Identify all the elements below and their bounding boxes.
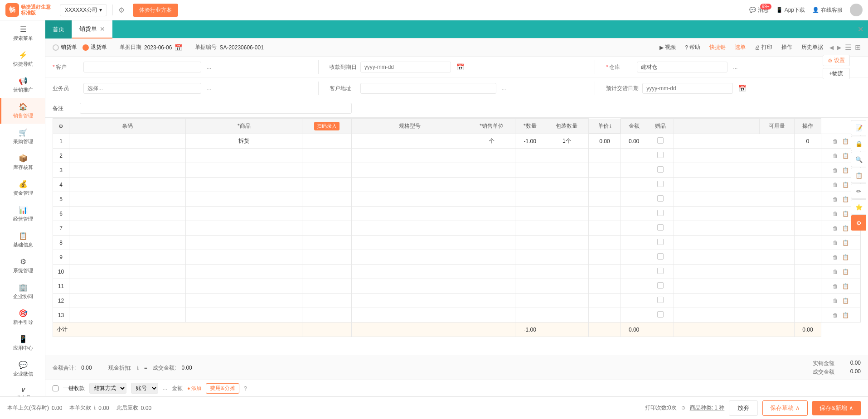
- sidebar-item-app[interactable]: 📱 应用中心: [0, 330, 45, 356]
- row-barcode-2[interactable]: [69, 149, 186, 163]
- delete-icon-13[interactable]: 🗑: [833, 312, 838, 318]
- delete-icon-10[interactable]: 🗑: [833, 269, 838, 275]
- delete-icon-7[interactable]: 🗑: [833, 225, 838, 231]
- radio-sales[interactable]: 销货单: [53, 43, 77, 51]
- float-btn-4[interactable]: 📋: [851, 168, 866, 183]
- sidebar-item-purchase[interactable]: 🛒 采购管理: [0, 124, 45, 149]
- row-gift-12[interactable]: [647, 294, 674, 308]
- row-barcode-10[interactable]: [69, 265, 186, 279]
- copy-icon-5[interactable]: 📋: [842, 196, 849, 202]
- trial-button[interactable]: 体验行业方案: [133, 4, 178, 17]
- row-spec-7[interactable]: [352, 221, 468, 236]
- row-product-11[interactable]: [186, 279, 302, 294]
- row-qty-9[interactable]: [515, 250, 545, 265]
- delete-icon-11[interactable]: 🗑: [833, 283, 838, 289]
- expense-button[interactable]: 费用&分摊: [206, 383, 239, 394]
- table-container[interactable]: ⚙ 条码 *商品 扫码录入 规格型号 *销售单位 *数量 包装数量 单价 ℹ: [45, 118, 868, 356]
- sidebar-item-marketing[interactable]: 📢 营销推广: [0, 72, 45, 98]
- row-gift-6[interactable]: [647, 207, 674, 221]
- sidebar-item-sales[interactable]: 🏠 销售管理: [0, 98, 45, 124]
- tab-home[interactable]: 首页: [45, 20, 72, 39]
- copy-icon-6[interactable]: 📋: [842, 211, 849, 217]
- row-product-12[interactable]: [186, 294, 302, 308]
- row-gift-8[interactable]: [647, 236, 674, 250]
- sidebar-item-basic[interactable]: 📋 基础信息: [0, 227, 45, 253]
- close-window-icon[interactable]: ✕: [858, 25, 863, 34]
- calendar-icon[interactable]: 📅: [175, 44, 182, 51]
- row-spec-5[interactable]: [352, 192, 468, 207]
- sidebar-item-wechat[interactable]: 💬 企业微信: [0, 356, 45, 382]
- delivery-date-input[interactable]: [642, 83, 733, 94]
- copy-icon-9[interactable]: 📋: [842, 254, 849, 260]
- delete-icon-5[interactable]: 🗑: [833, 196, 838, 202]
- copy-icon-12[interactable]: 📋: [842, 298, 849, 304]
- row-product-10[interactable]: [186, 265, 302, 279]
- row-spec-11[interactable]: [352, 279, 468, 294]
- row-gift-13[interactable]: [647, 308, 674, 323]
- copy-icon-13[interactable]: 📋: [842, 312, 849, 318]
- float-btn-6[interactable]: ⭐: [851, 199, 866, 215]
- nav-prev-icon[interactable]: ◀: [829, 44, 834, 51]
- save-new-button[interactable]: 保存&新增 ∧: [812, 401, 861, 415]
- row-spec-13[interactable]: [352, 308, 468, 323]
- row-gift-5[interactable]: [647, 192, 674, 207]
- tab-close-icon[interactable]: ✕: [100, 25, 105, 33]
- list-view-icon[interactable]: ☰: [845, 43, 851, 52]
- product-kind[interactable]: 商品种类: 1 种: [690, 404, 725, 412]
- row-qty-2[interactable]: [515, 149, 545, 163]
- delete-icon-9[interactable]: 🗑: [833, 254, 838, 260]
- customer-input[interactable]: [83, 62, 201, 72]
- payment-due-input[interactable]: [360, 62, 451, 72]
- sidebar-item-search[interactable]: ☰ 搜索菜单: [0, 20, 45, 46]
- row-qty-7[interactable]: [515, 221, 545, 236]
- row-barcode-5[interactable]: [69, 192, 186, 207]
- row-gift-10[interactable]: [647, 265, 674, 279]
- delivery-calendar-icon[interactable]: 📅: [738, 85, 746, 92]
- row-spec-6[interactable]: [352, 207, 468, 221]
- sidebar-item-member[interactable]: V 畅会员: [0, 382, 45, 396]
- row-spec-3[interactable]: [352, 163, 468, 178]
- row-product-3[interactable]: [186, 163, 302, 178]
- row-barcode-6[interactable]: [69, 207, 186, 221]
- sidebar-item-operations[interactable]: 📊 经营管理: [0, 201, 45, 227]
- delete-icon-12[interactable]: 🗑: [833, 298, 838, 304]
- row-spec-9[interactable]: [352, 250, 468, 265]
- delete-icon-2[interactable]: 🗑: [833, 153, 838, 159]
- row-qty-1[interactable]: -1.00: [515, 134, 545, 149]
- row-gift-3[interactable]: [647, 163, 674, 178]
- delete-icon-6[interactable]: 🗑: [833, 211, 838, 217]
- company-selector[interactable]: XXXXXX公司 ▾: [60, 4, 107, 16]
- row-gift-9[interactable]: [647, 250, 674, 265]
- row-product-1[interactable]: 拆货: [186, 134, 302, 149]
- toolbar-select[interactable]: 选单: [732, 42, 748, 53]
- online-service-item[interactable]: 👤 在线客服: [812, 6, 843, 14]
- delete-icon-4[interactable]: 🗑: [833, 182, 838, 188]
- sidebar-item-system[interactable]: ⚙ 系统管理: [0, 253, 45, 279]
- row-spec-12[interactable]: [352, 294, 468, 308]
- save-draft-button[interactable]: 保存草稿 ∧: [762, 400, 808, 416]
- row-gift-4[interactable]: [647, 178, 674, 192]
- toolbar-history[interactable]: 历史单据: [799, 42, 826, 53]
- row-gift-1[interactable]: [647, 134, 674, 149]
- row-product-9[interactable]: [186, 250, 302, 265]
- float-btn-1[interactable]: 📝: [851, 120, 866, 135]
- row-spec-8[interactable]: [352, 236, 468, 250]
- row-barcode-1[interactable]: [69, 134, 186, 149]
- radio-return[interactable]: 退货单: [82, 43, 107, 51]
- row-gift-7[interactable]: [647, 221, 674, 236]
- row-barcode-7[interactable]: [69, 221, 186, 236]
- copy-icon-1[interactable]: 📋: [842, 138, 849, 144]
- row-gift-11[interactable]: [647, 279, 674, 294]
- row-barcode-8[interactable]: [69, 236, 186, 250]
- float-btn-3[interactable]: 🔍: [851, 152, 866, 167]
- row-spec-1[interactable]: [352, 134, 468, 149]
- warehouse-dots[interactable]: ...: [733, 64, 737, 70]
- one-click-checkbox[interactable]: [53, 385, 58, 391]
- row-spec-2[interactable]: [352, 149, 468, 163]
- row-qty-6[interactable]: [515, 207, 545, 221]
- account-select[interactable]: 账号: [131, 383, 158, 394]
- row-product-2[interactable]: [186, 149, 302, 163]
- abandon-button[interactable]: 放弃: [729, 400, 758, 416]
- settlement-dots[interactable]: ...: [163, 385, 167, 391]
- delete-icon-3[interactable]: 🗑: [833, 167, 838, 173]
